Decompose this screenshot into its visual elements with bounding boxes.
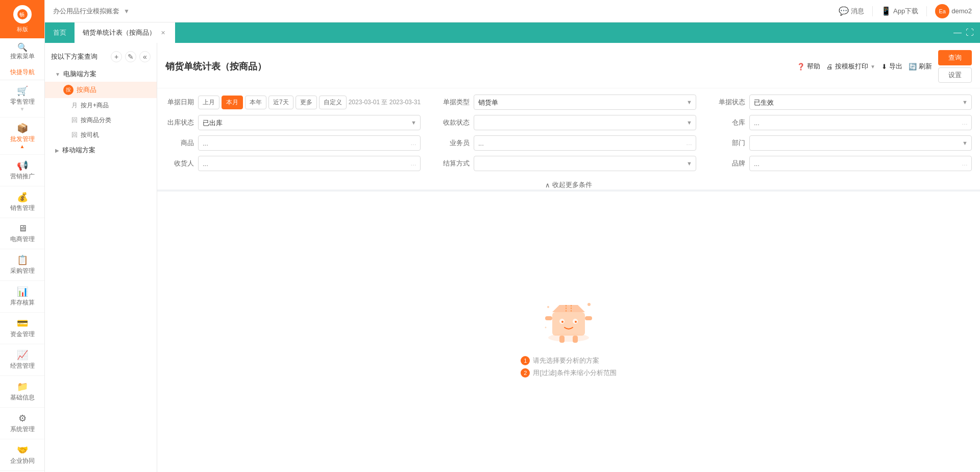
sidebar-item-finance-label: 资金管理 <box>10 330 35 339</box>
date-btn-this-month[interactable]: 本月 <box>222 96 243 109</box>
brand-input[interactable] <box>749 156 972 171</box>
doc-status-select[interactable]: 已生效 <box>749 95 972 110</box>
sidebar-search[interactable]: 🔍 搜索菜单 <box>0 38 44 65</box>
consignee-label: 收货人 <box>165 159 194 168</box>
collapse-panel-btn[interactable]: « <box>139 51 151 62</box>
filter-payment-status: 收款状态 ▼ <box>441 115 696 130</box>
doc-type-select[interactable]: 销货单 <box>474 95 696 110</box>
edit-icon: ✎ <box>128 53 134 61</box>
salesman-input[interactable] <box>474 135 696 151</box>
edit-scheme-btn[interactable]: ✎ <box>125 51 136 62</box>
tab-bar-actions: — ⛶ <box>947 28 980 37</box>
svg-rect-3 <box>552 312 585 336</box>
filter-doc-status: 单据状态 已生效 ▼ <box>717 95 972 110</box>
message-btn[interactable]: 💬 消息 <box>839 6 864 16</box>
title-row: 销货单统计表（按商品） ❓ 帮助 🖨 按模板打印 ▼ ⬇ <box>157 43 980 88</box>
tree-subchild-goods-category[interactable]: 回 按商品分类 <box>45 113 157 128</box>
goods-input[interactable] <box>198 135 421 151</box>
date-btn-this-year[interactable]: 本年 <box>245 96 266 109</box>
sidebar-item-system-label: 系统管理 <box>10 425 35 434</box>
tab-minimize-btn[interactable]: — <box>953 28 962 37</box>
logo-icon: 畅 <box>13 5 32 23</box>
user-area[interactable]: Ea demo2 <box>935 4 972 18</box>
date-btn-more[interactable]: 更多 <box>296 96 317 109</box>
help-btn[interactable]: ❓ 帮助 <box>797 62 820 71</box>
dept-select[interactable] <box>749 135 972 151</box>
tree-child-by-goods[interactable]: 按 按商品 <box>45 82 157 98</box>
out-status-wrapper: 已出库 ▼ <box>198 115 421 130</box>
tree-node-desktop[interactable]: ▼ 电脑端方案 <box>45 66 157 82</box>
warehouse-dots: … <box>962 119 968 126</box>
sidebar-item-operation[interactable]: 📈 经营管理 <box>0 344 44 376</box>
empty-tip-2: 2 用[过滤]条件来缩小分析范围 <box>521 368 616 377</box>
date-btn-7days[interactable]: 近7天 <box>268 96 293 109</box>
retail-expand-icon: ▼ <box>20 106 25 112</box>
app-download-btn[interactable]: 📱 App下载 <box>881 6 918 16</box>
mobile-expand-icon: ▶ <box>55 148 59 153</box>
tab-maximize-btn[interactable]: ⛶ <box>966 28 974 37</box>
filter-salesman: 业务员 … <box>441 135 696 151</box>
sidebar-item-purchase[interactable]: 📋 采购管理 <box>0 249 44 281</box>
header-divider1 <box>872 6 873 16</box>
query-button[interactable]: 查询 <box>938 50 972 65</box>
doc-type-label: 单据类型 <box>441 98 470 107</box>
sidebar-item-retail-label: 零售管理 <box>10 98 35 106</box>
sidebar-item-ecommerce[interactable]: 🖥 电商管理 <box>0 218 44 249</box>
sales-icon: 💰 <box>17 192 28 203</box>
sidebar-item-marketing[interactable]: 📢 营销推广 <box>0 155 44 186</box>
collapse-filter-btn[interactable]: ∧ 收起更多条件 <box>165 176 972 190</box>
settlement-select[interactable] <box>474 156 696 171</box>
settlement-label: 结算方式 <box>441 159 470 168</box>
driver-label: 按司机 <box>81 131 99 139</box>
sidebar-item-wholesale[interactable]: 📦 批发管理 ▲ <box>0 117 44 155</box>
date-btn-custom[interactable]: 自定义 <box>319 96 347 109</box>
filter-row-3: 商品 … 业务员 … <box>165 135 972 151</box>
tab-sales-report[interactable]: 销货单统计表（按商品） ✕ <box>75 22 175 43</box>
goods-wrapper: … <box>198 135 421 151</box>
dropdown-icon[interactable]: ▼ <box>124 8 130 15</box>
tree-subchild-month-goods[interactable]: 月 按月+商品 <box>45 98 157 113</box>
tab-close-btn[interactable]: ✕ <box>159 29 167 37</box>
refresh-icon: 🔄 <box>909 63 917 70</box>
svg-rect-10 <box>545 316 552 320</box>
add-scheme-btn[interactable]: + <box>111 51 122 62</box>
top-header: 办公用品行业模拟账套 ▼ 💬 消息 📱 App下载 Ea demo2 <box>45 0 980 22</box>
brand-wrapper: … <box>749 156 972 171</box>
consignee-input[interactable] <box>198 156 421 171</box>
query-setting-group: 查询 设置 <box>938 50 972 83</box>
refresh-btn[interactable]: 🔄 刷新 <box>909 62 932 71</box>
out-status-select[interactable]: 已出库 <box>198 115 421 130</box>
export-btn[interactable]: ⬇ 导出 <box>881 62 902 71</box>
warehouse-input[interactable] <box>749 115 972 130</box>
sidebar-item-sales[interactable]: 💰 销售管理 <box>0 186 44 218</box>
main-area: 办公用品行业模拟账套 ▼ 💬 消息 📱 App下载 Ea demo2 <box>45 0 980 472</box>
empty-tip-1: 1 请先选择要分析的方案 <box>521 356 616 365</box>
print-btn[interactable]: 🖨 按模板打印 ▼ <box>826 62 875 71</box>
tree-subchild-driver[interactable]: 回 按司机 <box>45 128 157 143</box>
tab-home[interactable]: 首页 <box>45 22 75 43</box>
svg-point-12 <box>547 306 549 308</box>
sidebar-item-marketing-label: 营销推广 <box>10 172 35 181</box>
consignee-wrapper: … <box>198 156 421 171</box>
sidebar-quick-nav[interactable]: 快捷导航 <box>0 65 44 80</box>
sidebar-item-retail[interactable]: 🛒 零售管理 ▼ <box>0 80 44 117</box>
payment-status-select[interactable] <box>474 115 696 130</box>
date-btn-last-month[interactable]: 上月 <box>198 96 219 109</box>
goods-category-label: 按商品分类 <box>81 116 111 125</box>
salesman-label: 业务员 <box>441 138 470 148</box>
tab-home-label: 首页 <box>53 28 66 37</box>
sidebar-item-finance[interactable]: 💳 资金管理 <box>0 313 44 344</box>
settings-button[interactable]: 设置 <box>938 67 972 83</box>
filter-consignee: 收货人 … <box>165 156 421 171</box>
sidebar-item-system[interactable]: ⚙ 系统管理 <box>0 408 44 439</box>
tree-node-mobile[interactable]: ▶ 移动端方案 <box>45 143 157 158</box>
industry-label: 办公用品行业模拟账套 <box>53 7 119 16</box>
filter-container: 销货单统计表（按商品） ❓ 帮助 🖨 按模板打印 ▼ ⬇ <box>157 43 980 190</box>
doc-status-label: 单据状态 <box>717 98 745 107</box>
sidebar: 畅 标版 🔍 搜索菜单 快捷导航 🛒 零售管理 ▼ 📦 批发管理 ▲ 📢 营销推… <box>0 0 45 472</box>
sidebar-item-basic[interactable]: 📁 基础信息 <box>0 376 44 408</box>
filter-brand: 品牌 … <box>717 156 972 171</box>
sidebar-item-collab[interactable]: 🤝 企业协同 <box>0 439 44 471</box>
sidebar-item-inventory[interactable]: 📊 库存核算 <box>0 281 44 313</box>
desktop-expand-icon: ▼ <box>55 72 60 77</box>
